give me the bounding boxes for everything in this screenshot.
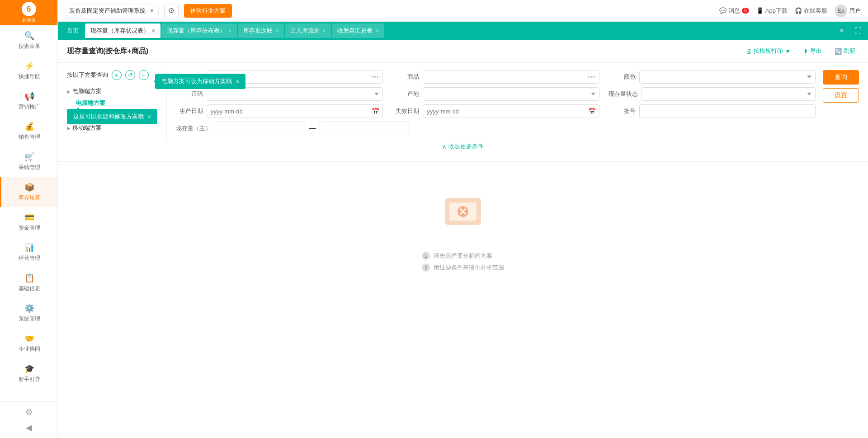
support-btn[interactable]: 🎧 在线客服 xyxy=(795,7,827,15)
collapse-sidebar-icon[interactable]: ◀ xyxy=(26,423,32,433)
empty-steps: 1 请先选择要分析的方案 2 用过滤条件来缩小分析范围 xyxy=(422,252,504,272)
tab-summary-close[interactable]: × xyxy=(375,28,378,34)
tab-inventory-dist[interactable]: 现存量（库存分布表） × xyxy=(161,24,237,38)
sidebar-item-basic[interactable]: 📋 基础信息 xyxy=(0,268,57,298)
produce-date-input[interactable] xyxy=(207,104,383,118)
industry-btn[interactable]: 体验行业方案 xyxy=(184,4,232,18)
sidebar-item-nav[interactable]: ⚡ 快捷导航 xyxy=(0,56,57,86)
sidebar-item-search[interactable]: 🔍 搜索菜单 xyxy=(0,25,57,56)
message-btn[interactable]: 💬 消息 6 xyxy=(719,7,749,15)
collapse-label: 收起更多条件 xyxy=(448,142,484,151)
collapse-btn[interactable]: ∧ 收起更多条件 xyxy=(67,139,859,154)
tab-batch-account-close[interactable]: × xyxy=(275,28,278,34)
sidebar-item-guide[interactable]: 🎓 新手引导 xyxy=(0,358,57,389)
expire-date-label: 失效日期 xyxy=(392,107,419,115)
goods-label: 商品 xyxy=(392,73,419,81)
plan-item-desktop-1[interactable]: 电脑端方案 xyxy=(67,97,157,109)
tab-batch-account[interactable]: 库存批次账 × xyxy=(238,24,284,38)
message-badge: 6 xyxy=(742,8,749,14)
warehouse-dots-icon: ••• xyxy=(372,73,379,81)
plan-tree: ▶ 电脑端方案 电脑端方案 xyxy=(67,85,157,134)
goods-dots-icon: ••• xyxy=(588,73,595,81)
filter-row-4: 现存量（主） — xyxy=(176,122,816,135)
export-btn[interactable]: ⬆ 导出 xyxy=(800,45,826,57)
tab-inventory-status-close[interactable]: × xyxy=(152,28,155,34)
logo-icon: 6 xyxy=(22,2,36,16)
reset-btn[interactable]: 设置 xyxy=(823,88,859,103)
tab-inventory-status-label: 现存量（库存状况表） xyxy=(90,27,149,35)
user-btn[interactable]: Ea 用户 xyxy=(835,5,861,17)
size-select[interactable] xyxy=(207,87,383,101)
calendar-icon-produce[interactable]: 📅 xyxy=(372,108,379,115)
filter-stock-status-row: 现存量状态 xyxy=(609,87,816,101)
filter-label: 按以下方案查询 xyxy=(67,71,108,79)
tab-inout-flow-close[interactable]: × xyxy=(322,28,326,34)
sidebar-item-label: 销售管理 xyxy=(19,133,40,141)
tooltip1-close[interactable]: × xyxy=(236,78,239,85)
refresh-btn[interactable]: 🔄 刷新 xyxy=(831,45,859,57)
produce-date-wrap: 📅 xyxy=(207,104,383,118)
tooltip2-close[interactable]: × xyxy=(147,113,151,120)
plan-group-desktop-header[interactable]: ▶ 电脑端方案 xyxy=(67,85,157,97)
tooltip1-text: 电脑方案可设为移动方案哦 xyxy=(161,77,232,85)
step-num-1: 1 xyxy=(422,252,430,260)
settings-icon[interactable]: ⚙ xyxy=(25,407,33,417)
maximize-btn[interactable]: ⛶ xyxy=(852,24,864,37)
stock-main-label: 现存量（主） xyxy=(176,124,211,132)
marketing-icon: 📢 xyxy=(24,91,34,101)
sidebar-item-label: 快捷导航 xyxy=(19,73,40,80)
purchase-icon: 🛒 xyxy=(24,152,34,162)
tab-inventory-dist-close[interactable]: × xyxy=(228,28,231,34)
plan-group-mobile-label: 移动端方案 xyxy=(72,124,102,132)
color-select[interactable] xyxy=(639,70,816,84)
empty-state: 1 请先选择要分析的方案 2 用过滤条件来缩小分析范围 xyxy=(58,162,868,299)
app-download-btn[interactable]: 📱 App下载 xyxy=(756,7,788,15)
sidebar-item-system[interactable]: ⚙️ 系统管理 xyxy=(0,298,57,328)
user-name: 用户 xyxy=(849,7,861,15)
filter-origin-row: 产地 xyxy=(392,87,599,101)
close-all-tabs-btn[interactable]: × xyxy=(835,24,848,37)
sidebar-item-marketing[interactable]: 📢 营销推广 xyxy=(0,86,57,116)
system-selector[interactable]: 装备及固定资产辅助管理系统 ▼ xyxy=(65,5,159,17)
gear-button[interactable]: ⚙ xyxy=(164,4,179,18)
back-plan-btn[interactable]: ← xyxy=(139,70,149,80)
tab-bar-right: × ⛶ xyxy=(835,24,864,37)
sidebar-item-label: 资金管理 xyxy=(19,224,40,232)
sidebar-item-finance[interactable]: 💳 资金管理 xyxy=(0,207,57,237)
triangle-mobile-icon: ▶ xyxy=(67,126,71,131)
step-num-2: 2 xyxy=(422,264,430,272)
origin-select[interactable] xyxy=(423,87,599,101)
support-label: 在线客服 xyxy=(804,7,827,15)
message-label: 消息 xyxy=(728,7,740,15)
batch-input[interactable] xyxy=(639,104,816,118)
tab-inventory-status[interactable]: 现存量（库存状况表） × xyxy=(85,24,160,38)
plan-group-desktop-label: 电脑端方案 xyxy=(72,87,102,95)
export-icon: ⬆ xyxy=(803,48,808,55)
sidebar-item-purchase[interactable]: 🛒 采购管理 xyxy=(0,146,57,177)
tab-home[interactable]: 首页 xyxy=(61,24,84,38)
inventory-icon: 📦 xyxy=(24,182,34,192)
goods-input[interactable]: ••• xyxy=(423,70,599,84)
sidebar-item-inventory[interactable]: 📦 库存核算 xyxy=(0,177,57,207)
add-plan-btn[interactable]: + xyxy=(112,70,122,80)
tab-inout-flow[interactable]: 出入库流水 × xyxy=(285,24,331,38)
sidebar-item-enterprise[interactable]: 🤝 企业协同 xyxy=(0,328,57,358)
empty-illustration xyxy=(436,189,490,243)
search-btn[interactable]: 查询 xyxy=(823,70,859,85)
refresh-plan-btn[interactable]: ↺ xyxy=(125,70,135,80)
expire-date-input[interactable] xyxy=(423,104,599,118)
support-icon: 🎧 xyxy=(795,7,802,14)
print-btn[interactable]: 🖨 按模板打印 ▼ xyxy=(742,45,794,57)
page-header: 现存量查询(按仓库+商品) 🖨 按模板打印 ▼ ⬆ 导出 🔄 刷新 xyxy=(58,40,868,63)
stock-main-max-input[interactable] xyxy=(320,122,410,135)
sidebar-item-label: 基础信息 xyxy=(19,285,40,292)
calendar-icon-expire[interactable]: 📅 xyxy=(588,108,596,115)
tab-summary[interactable]: 收发存汇总表 × xyxy=(332,24,384,38)
sidebar-item-sales[interactable]: 💰 销售管理 xyxy=(0,116,57,146)
filter-expire-date-row: 失效日期 📅 xyxy=(392,104,599,118)
stock-main-min-input[interactable] xyxy=(215,122,305,135)
guide-icon: 🎓 xyxy=(24,364,34,374)
filter-top-row: 按以下方案查询 + ↺ ← 电脑方案可设为移动方案哦 × xyxy=(67,70,859,139)
stock-status-select[interactable] xyxy=(642,87,816,101)
sidebar-item-operation[interactable]: 📊 经营管理 xyxy=(0,237,57,268)
